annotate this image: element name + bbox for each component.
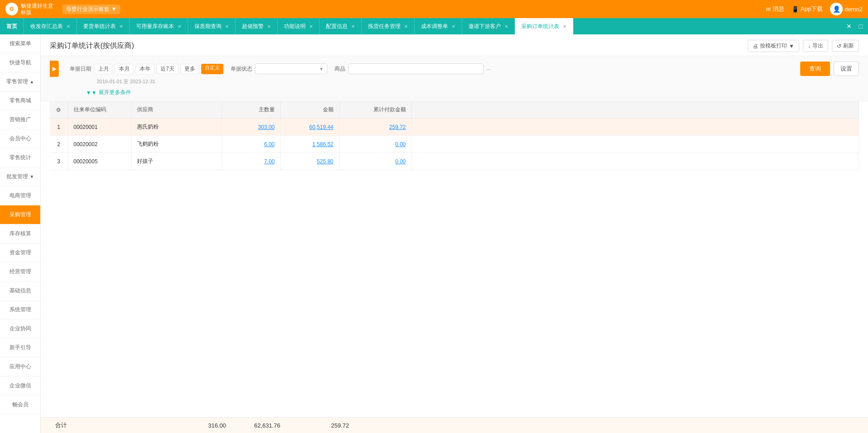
- arrow-icon: ▲: [30, 79, 34, 84]
- table-footer: 合计 316.00 62,631.76 259.72: [41, 417, 868, 433]
- goods-more-icon[interactable]: ···: [486, 66, 491, 72]
- data-table: ⚙ 往来单位编码 供应商 主数量 金额: [50, 101, 859, 170]
- cell-qty-3: 7.00: [222, 153, 280, 170]
- close-icon[interactable]: ✕: [563, 24, 566, 29]
- amount-link-3[interactable]: 525.80: [317, 158, 334, 165]
- close-icon[interactable]: ✕: [267, 24, 271, 29]
- amount-link-1[interactable]: 60,519.44: [309, 124, 333, 130]
- close-icon[interactable]: ✕: [404, 24, 408, 29]
- cell-supplier-3: 好孩子: [131, 153, 222, 170]
- tab-invite-downstream[interactable]: 邀请下游客户 ✕: [462, 18, 515, 34]
- paid-link-3[interactable]: 0.00: [395, 158, 406, 165]
- tab-inventory-account[interactable]: 可用量库存账本 ✕: [130, 18, 188, 34]
- filter-toggle-arrow[interactable]: ▶: [50, 61, 59, 77]
- cell-seq-2: 2: [50, 136, 68, 153]
- tab-config-info[interactable]: 配置信息 ✕: [320, 18, 362, 34]
- message-button[interactable]: ✉ 消息: [766, 5, 784, 13]
- tab-overstock[interactable]: 超储预警 ✕: [236, 18, 278, 34]
- sidebar-item-wholesale[interactable]: 批发管理 ▼: [0, 167, 40, 186]
- paid-link-2[interactable]: 0.00: [395, 141, 406, 148]
- sidebar-item-retail-mgmt[interactable]: 零售管理 ▲: [0, 72, 40, 91]
- sidebar-item-search[interactable]: 搜索菜单: [0, 34, 40, 53]
- close-icon[interactable]: ✕: [178, 24, 181, 29]
- tab-purchase-order-summary[interactable]: 采购订单统计表 ✕: [515, 18, 573, 34]
- tab-shelf-life[interactable]: 保质期查询 ✕: [188, 18, 236, 34]
- goods-input[interactable]: [348, 63, 484, 74]
- export-button[interactable]: ↓ 导出: [803, 40, 828, 52]
- app-download-button[interactable]: 📱 App下载: [792, 5, 823, 13]
- amount-link-2[interactable]: 1,586.52: [312, 141, 334, 148]
- date-btn-7days[interactable]: 近7天: [156, 64, 179, 74]
- cell-code-1: 00020001: [68, 119, 131, 136]
- sidebar-item-member[interactable]: 会员中心: [0, 129, 40, 148]
- export-icon: ↓: [808, 43, 811, 49]
- close-icon[interactable]: ✕: [309, 24, 313, 29]
- chevron-down-icon: ▼: [789, 43, 794, 49]
- sidebar: 搜索菜单 快捷导航 零售管理 ▲ 零售商城 营销推广 会员中心 零售统计 批发管…: [0, 34, 41, 433]
- custom-date-tag[interactable]: 自定义: [201, 64, 223, 74]
- date-btn-last-month[interactable]: 上月: [94, 64, 113, 74]
- sidebar-item-basic-info[interactable]: 基础信息: [0, 281, 40, 300]
- filter-settings-button[interactable]: 设置: [834, 62, 859, 76]
- cell-rest-3: [411, 153, 859, 170]
- qty-link-3[interactable]: 7.00: [264, 158, 274, 165]
- cell-rest-1: [411, 119, 859, 136]
- sidebar-item-quick-nav[interactable]: 快捷导航: [0, 53, 40, 72]
- main-layout: 搜索菜单 快捷导航 零售管理 ▲ 零售商城 营销推广 会员中心 零售统计 批发管…: [0, 34, 868, 433]
- message-icon: ✉: [766, 6, 771, 13]
- tab-goods-summary[interactable]: 要货单统计表 ✕: [77, 18, 130, 34]
- date-range-display: 2016-01-01 至 2023-12-31: [50, 78, 859, 85]
- close-window-button[interactable]: ✕: [844, 22, 854, 31]
- sidebar-item-member2[interactable]: 畅会员: [0, 395, 40, 414]
- tab-cost-adjust[interactable]: 成本调整单 ✕: [415, 18, 462, 34]
- user-menu[interactable]: 👤 demo2: [830, 3, 863, 15]
- sidebar-item-new-guide[interactable]: 新手引导: [0, 338, 40, 357]
- date-btn-more[interactable]: 更多: [180, 64, 199, 74]
- sidebar-item-enterprise-wechat[interactable]: 企业微信: [0, 376, 40, 395]
- workspace-selector[interactable]: 母婴行业演示账套 ▼: [62, 5, 120, 14]
- query-button[interactable]: 查询: [800, 62, 830, 76]
- status-select[interactable]: [255, 63, 327, 74]
- maximize-button[interactable]: □: [857, 22, 864, 31]
- sidebar-item-retail-shop[interactable]: 零售商城: [0, 91, 40, 110]
- sidebar-item-finance[interactable]: 资金管理: [0, 243, 40, 262]
- tab-function-desc[interactable]: 功能说明 ✕: [278, 18, 320, 34]
- settings-icon[interactable]: ⚙: [56, 107, 61, 113]
- cell-amount-3: 525.80: [280, 153, 339, 170]
- sidebar-item-enterprise[interactable]: 企业协同: [0, 319, 40, 338]
- close-icon[interactable]: ✕: [351, 24, 355, 29]
- sidebar-item-sys[interactable]: 系统管理: [0, 300, 40, 319]
- close-icon[interactable]: ✕: [66, 24, 70, 29]
- paid-link-1[interactable]: 259.72: [389, 124, 406, 130]
- nav-tabs-bar: 首页 收发存汇总表 ✕ 要货单统计表 ✕ 可用量库存账本 ✕ 保质期查询 ✕ 超…: [0, 18, 868, 34]
- top-bar: G 畅捷通好生意 标版 母婴行业演示账套 ▼ ✉ 消息 📱 App下载 👤 de…: [0, 0, 868, 18]
- goods-filter: 商品 ···: [335, 63, 491, 74]
- sidebar-item-purchase[interactable]: 采购管理: [0, 205, 40, 224]
- th-settings[interactable]: ⚙: [50, 101, 68, 119]
- sidebar-item-inventory[interactable]: 库存核算: [0, 224, 40, 243]
- sidebar-item-retail-stat[interactable]: 零售统计: [0, 148, 40, 167]
- table-row: 3 00020005 好孩子 7.00 525.80: [50, 153, 859, 170]
- close-icon[interactable]: ✕: [225, 24, 229, 29]
- date-btn-this-month[interactable]: 本月: [115, 64, 134, 74]
- print-icon: 🖨: [753, 43, 758, 49]
- tab-home[interactable]: 首页: [0, 18, 24, 34]
- th-code: 往来单位编码: [68, 101, 131, 119]
- tab-pick-task[interactable]: 拣货任务管理 ✕: [362, 18, 415, 34]
- table-header-row: ⚙ 往来单位编码 供应商 主数量 金额: [50, 101, 859, 119]
- qty-link-2[interactable]: 6.00: [264, 141, 274, 148]
- expand-more-button[interactable]: ▼▼ 展开更多条件: [50, 89, 859, 96]
- tab-receive-summary[interactable]: 收发存汇总表 ✕: [24, 18, 77, 34]
- refresh-button[interactable]: ↺ 刷新: [832, 40, 859, 52]
- sidebar-item-ops[interactable]: 经营管理: [0, 262, 40, 281]
- date-btn-this-year[interactable]: 本年: [136, 64, 155, 74]
- close-icon[interactable]: ✕: [452, 24, 455, 29]
- close-icon[interactable]: ✕: [505, 24, 508, 29]
- cell-paid-1: 259.72: [339, 119, 411, 136]
- close-icon[interactable]: ✕: [119, 24, 123, 29]
- qty-link-1[interactable]: 303.00: [258, 124, 275, 130]
- sidebar-item-marketing[interactable]: 营销推广: [0, 110, 40, 129]
- sidebar-item-app-center[interactable]: 应用中心: [0, 357, 40, 376]
- sidebar-item-ecom[interactable]: 电商管理: [0, 186, 40, 205]
- template-print-button[interactable]: 🖨 按模板打印 ▼: [748, 40, 799, 52]
